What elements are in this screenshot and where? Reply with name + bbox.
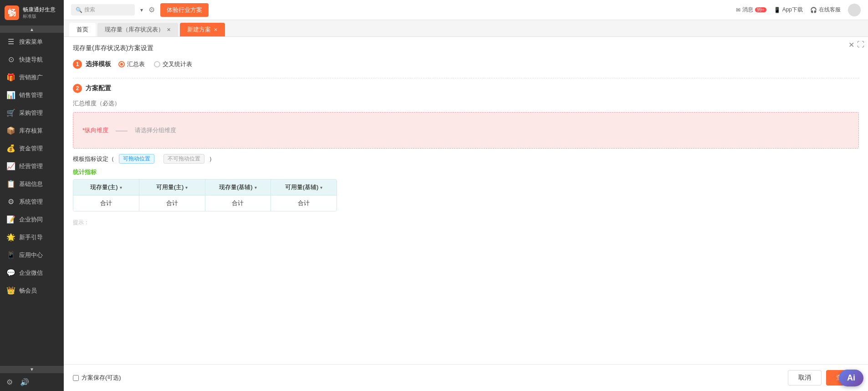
cancel-button[interactable]: 取消	[788, 370, 822, 386]
sidebar-item-contract[interactable]: 📝 企业协同	[0, 211, 64, 228]
tab-inventory-status[interactable]: 现存量（库存状况表） ✕	[97, 23, 178, 36]
main-container: 🔍 搜索 ▾ ⚙ 体验行业方案 ✉ 消息 99+ 📱 App下载 🎧 在线客服	[64, 0, 868, 391]
stats-col-4[interactable]: 可用量(基辅) ▾	[271, 180, 337, 195]
summary-dim-label: 汇总维度（必选）	[73, 99, 859, 108]
content-inner: ✕ ⛶ 现存量(库存状况表)方案设置 1 选择模板 汇总表	[64, 37, 868, 364]
contract-icon: 📝	[6, 215, 15, 224]
sidebar-item-inventory[interactable]: 📦 库存核算	[0, 122, 64, 139]
stats-col-2-chevron: ▾	[185, 185, 188, 190]
tab-inventory-status-close[interactable]: ✕	[167, 27, 171, 33]
stats-cell-1-1: 合计	[73, 196, 139, 211]
dim-hint: 请选择分组维度	[135, 126, 176, 134]
sidebar-item-label: 经营管理	[19, 162, 43, 170]
topbar-gear-icon[interactable]: ⚙	[148, 5, 155, 14]
dim-placeholder: *纵向维度 —— 请选择分组维度	[82, 126, 176, 134]
sidebar-scroll-down[interactable]: ▼	[0, 366, 64, 373]
sidebar-item-label: 库存核算	[19, 127, 43, 135]
save-checkbox[interactable]: 方案保存(可选)	[73, 374, 121, 382]
stats-col-4-chevron: ▾	[320, 185, 322, 190]
tab-home[interactable]: 首页	[69, 23, 96, 36]
message-badge: 99+	[755, 7, 766, 12]
settings-icon[interactable]: ⚙	[6, 378, 13, 386]
purchase-icon: 🛒	[6, 108, 15, 117]
stats-col-2[interactable]: 可用量(主) ▾	[139, 180, 205, 195]
guide-icon: 🌟	[6, 233, 15, 242]
sidebar-item-label: 销售管理	[19, 91, 43, 99]
message-icon: ✉	[736, 7, 740, 13]
sidebar-item-wechat[interactable]: 💬 企业微信	[0, 264, 64, 282]
tab-new-plan-close[interactable]: ✕	[214, 27, 218, 33]
sales-icon: 📊	[6, 91, 15, 99]
sidebar-item-label: 快捷导航	[19, 56, 43, 64]
app-name: 畅康通好生意 标准版	[23, 6, 56, 20]
audio-icon[interactable]: 🔊	[20, 378, 29, 386]
page-title: 现存量(库存状况表)方案设置	[73, 44, 859, 52]
system-icon: ⚙	[6, 197, 15, 206]
marketing-icon: 🎁	[6, 73, 15, 82]
sidebar-item-system[interactable]: ⚙ 系统管理	[0, 193, 64, 211]
ai-fab-button[interactable]: Ai	[839, 370, 863, 386]
stats-col-3-label: 现存量(基辅)	[219, 183, 253, 191]
footer-bar: 方案保存(可选) 取消 查询	[64, 364, 868, 391]
window-close-button[interactable]: ✕	[848, 41, 854, 49]
dim-sep: ——	[116, 127, 128, 134]
sidebar-scroll-up[interactable]: ▲	[0, 26, 64, 33]
sidebar-item-member[interactable]: 👑 畅会员	[0, 282, 64, 299]
stats-col-1[interactable]: 现存量(主) ▾	[73, 180, 139, 195]
member-icon: 👑	[6, 286, 15, 295]
online-service-button[interactable]: 🎧 在线客服	[810, 6, 841, 14]
radio-cross-circle	[154, 61, 160, 67]
sidebar-item-guide[interactable]: 🌟 新手引导	[0, 228, 64, 246]
search-menu-icon: ☰	[6, 37, 15, 46]
sidebar-item-quick-nav[interactable]: ⊙ 快捷导航	[0, 51, 64, 68]
app-download-icon: 📱	[774, 7, 781, 13]
app-logo-icon: 畅	[5, 5, 19, 20]
user-avatar[interactable]	[848, 4, 861, 16]
tab-new-plan[interactable]: 新建方案 ✕	[180, 23, 225, 36]
app-download-button[interactable]: 📱 App下载	[774, 6, 803, 14]
section2-header: 2 方案配置	[73, 84, 859, 93]
sidebar-item-search-menu[interactable]: ☰ 搜索菜单	[0, 33, 64, 51]
operation-icon: 📈	[6, 162, 15, 170]
sidebar-item-basic-info[interactable]: 📋 基础信息	[0, 175, 64, 193]
app-center-icon: 📱	[6, 251, 15, 259]
radio-summary[interactable]: 汇总表	[118, 60, 145, 68]
search-placeholder: 搜索	[84, 6, 95, 14]
search-box[interactable]: 🔍 搜索	[71, 4, 135, 15]
section2-num: 2	[73, 84, 82, 93]
topbar-dropdown[interactable]: ▾	[140, 7, 143, 13]
stats-col-1-label: 现存量(主)	[90, 183, 118, 191]
radio-summary-label: 汇总表	[127, 60, 145, 68]
tip-2	[73, 228, 859, 235]
radio-cross-label: 交叉统计表	[163, 60, 192, 68]
sidebar-item-purchase[interactable]: 🛒 采购管理	[0, 104, 64, 122]
industry-plan-button[interactable]: 体验行业方案	[160, 3, 209, 17]
stats-col-3[interactable]: 现存量(基辅) ▾	[205, 180, 271, 195]
tip-1: 提示：	[73, 219, 859, 226]
tab-inventory-status-label: 现存量（库存状况表）	[105, 26, 164, 34]
indicator-settings: 模板指标设定（ 可拖动位置 不可拖动位置 ）	[73, 154, 859, 164]
dim-vertical-label: *纵向维度	[82, 126, 108, 134]
stats-col-3-chevron: ▾	[255, 185, 257, 190]
sidebar-item-finance[interactable]: 💰 资金管理	[0, 139, 64, 157]
message-button[interactable]: ✉ 消息 99+	[736, 6, 766, 14]
sidebar-item-operation[interactable]: 📈 经营管理	[0, 157, 64, 175]
sidebar-item-app-center[interactable]: 📱 应用中心	[0, 246, 64, 264]
app-download-label: App下载	[782, 6, 803, 14]
section1-num: 1	[73, 60, 82, 69]
stats-cell-1-4: 合计	[271, 196, 337, 211]
save-checkbox-input[interactable]	[73, 375, 79, 381]
stats-table: 现存量(主) ▾ 可用量(主) ▾ 现存量(基辅) ▾ 可用量(基辅)	[73, 179, 337, 211]
section1-title: 选择模板	[86, 60, 111, 68]
message-label: 消息	[742, 6, 753, 14]
sidebar-item-label: 新手引导	[19, 233, 43, 242]
online-service-label: 在线客服	[819, 6, 841, 14]
stats-col-2-label: 可用量(主)	[156, 183, 184, 191]
sidebar-item-marketing[interactable]: 🎁 营销推广	[0, 68, 64, 86]
radio-cross[interactable]: 交叉统计表	[154, 60, 192, 68]
window-expand-button[interactable]: ⛶	[857, 41, 864, 49]
dim-config-box[interactable]: *纵向维度 —— 请选择分组维度	[73, 112, 859, 149]
sidebar-item-label: 应用中心	[19, 251, 43, 259]
sidebar-item-sales[interactable]: 📊 销售管理	[0, 86, 64, 104]
inventory-icon: 📦	[6, 126, 15, 135]
